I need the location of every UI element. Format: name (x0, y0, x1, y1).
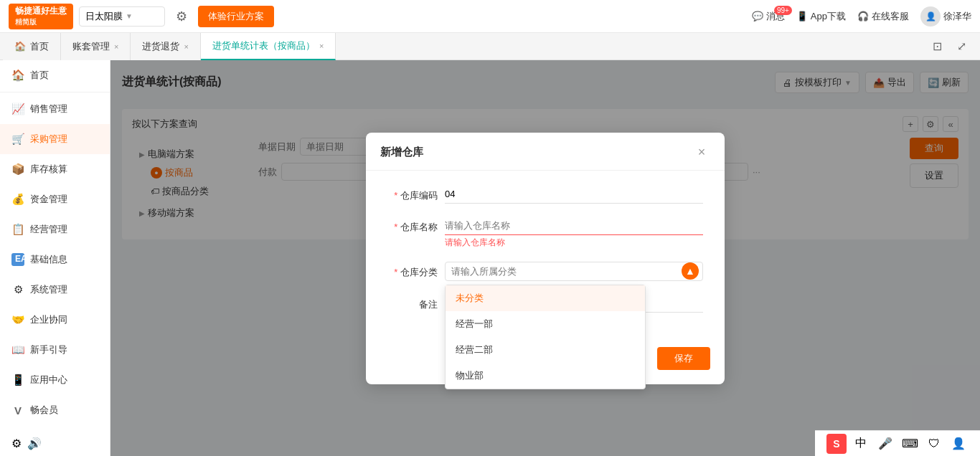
experience-btn[interactable]: 体验行业方案 (198, 6, 274, 27)
dropdown-item-3[interactable]: 物业部 (446, 363, 645, 389)
sidebar-purchase-label: 采购管理 (30, 133, 67, 146)
sidebar-item-apps[interactable]: 📱 应用中心 (0, 365, 110, 395)
sidebar-vip-label: 畅会员 (30, 404, 58, 417)
tab-home[interactable]: 🏠 首页 (3, 33, 61, 60)
tab-purchase-return-label: 进货退货 (142, 40, 179, 53)
modal-new-warehouse: 新增仓库 × 仓库编码 仓库名称 (366, 133, 725, 384)
apps-icon: 📱 (11, 374, 24, 386)
main-layout: 🏠 首页 📈 销售管理 🛒 采购管理 📦 库存核算 💰 资金管理 📋 经营管理 … (0, 60, 980, 456)
finance-icon: 💰 (11, 193, 24, 206)
category-toggle-btn[interactable]: ▲ (682, 262, 699, 280)
tab-purchase-return[interactable]: 进货退货 × (131, 33, 200, 60)
modal-close-btn[interactable]: × (693, 144, 710, 161)
store-selector[interactable]: 日太阳膜 ▼ (79, 6, 165, 27)
sidebar-operations-label: 经营管理 (30, 223, 67, 236)
form-row-name: 仓库名称 请输入仓库名称 (387, 217, 703, 249)
modal-overlay: 新增仓库 × 仓库编码 仓库名称 (110, 60, 980, 456)
tab-expand-icon[interactable]: ⤢ (951, 37, 971, 57)
user-icon[interactable]: 👤 (948, 434, 969, 454)
topbar: 畅捷通好生意 精简版 日太阳膜 ▼ ⚙ 体验行业方案 💬 消息 99+ 📱 Ap… (0, 0, 980, 33)
sidebar-system-label: 系统管理 (30, 283, 67, 296)
tab-purchase-stats[interactable]: 进货单统计表（按商品） × (201, 33, 336, 60)
sidebar-item-system[interactable]: ⚙ 系统管理 (0, 275, 110, 305)
headset-icon: 🎧 (857, 11, 869, 22)
sidebar-apps-label: 应用中心 (30, 374, 67, 386)
dropdown-item-2[interactable]: 经营二部 (446, 337, 645, 363)
sidebar-inventory-label: 库存核算 (30, 163, 67, 176)
sidebar-item-vip[interactable]: V 畅会员 (0, 395, 110, 425)
tab-accounts[interactable]: 账套管理 × (61, 33, 131, 60)
name-input[interactable] (445, 217, 703, 235)
app-logo: 畅捷通好生意 精简版 (9, 4, 73, 29)
category-wrapper: ▲ (445, 262, 703, 281)
tab-purchase-stats-label: 进货单统计表（按商品） (212, 39, 315, 52)
messages-badge: 99+ (774, 6, 792, 15)
form-row-code: 仓库编码 (387, 185, 703, 204)
home-icon: 🏠 (11, 69, 24, 82)
sidebar-item-enterprise[interactable]: 🤝 企业协同 (0, 305, 110, 335)
mobile-icon: 📱 (796, 11, 808, 22)
operations-icon: 📋 (11, 223, 24, 236)
tab-purchase-return-close[interactable]: × (184, 42, 188, 51)
microphone-icon[interactable]: 🎤 (875, 434, 895, 454)
sidebar-item-basic-info[interactable]: EA 基础信息 (0, 244, 110, 275)
purchase-icon: 🛒 (11, 133, 24, 146)
shield-icon[interactable]: 🛡 (924, 434, 944, 454)
sidebar-item-operations[interactable]: 📋 经营管理 (0, 214, 110, 244)
online-service-btn[interactable]: 🎧 在线客服 (857, 10, 909, 23)
inventory-icon: 📦 (11, 163, 24, 176)
sidebar-item-guide[interactable]: 📖 新手引导 (0, 335, 110, 365)
category-input[interactable] (445, 262, 703, 281)
tab-home-label: 首页 (30, 40, 49, 53)
enterprise-icon: 🤝 (11, 313, 24, 326)
settings-icon[interactable]: ⚙ (171, 6, 192, 27)
user-avatar[interactable]: 👤 徐泽华 (920, 6, 971, 27)
content-area: 进货单统计(按商品) 🖨 按模板打印 ▼ 📤 导出 🔄 刷新 (110, 60, 980, 456)
messages-btn[interactable]: 💬 消息 99+ (752, 10, 785, 23)
tabbar: 🏠 首页 账套管理 × 进货退货 × 进货单统计表（按商品） × ⊡ ⤢ (0, 33, 980, 60)
ea-icon: EA (11, 253, 24, 266)
category-dropdown: 未分类 经营一部 经营二部 物业部 (445, 285, 646, 389)
sidebar-item-home[interactable]: 🏠 首页 (0, 60, 110, 90)
sidebar-bottom: ⚙ 🔊 (0, 431, 110, 456)
sidebar-basic-info-label: 基础信息 (30, 253, 67, 266)
code-input-group (445, 185, 703, 204)
name-error-msg: 请输入仓库名称 (445, 237, 703, 249)
code-input[interactable] (445, 185, 703, 204)
sidebar-item-sales[interactable]: 📈 销售管理 (0, 94, 110, 124)
note-label: 备注 (387, 294, 438, 311)
sidebar-finance-label: 资金管理 (30, 193, 67, 206)
app-download-label: App下载 (811, 10, 846, 23)
online-service-label: 在线客服 (872, 10, 909, 23)
store-name: 日太阳膜 (85, 10, 123, 23)
category-input-group: ▲ 未分类 经营一部 经营二部 物业部 (445, 262, 703, 281)
modal-header: 新增仓库 × (366, 133, 725, 171)
topbar-right: 💬 消息 99+ 📱 App下载 🎧 在线客服 👤 徐泽华 (752, 6, 971, 27)
system-icon: ⚙ (11, 283, 24, 296)
keyboard-icon[interactable]: ⌨ (900, 434, 920, 454)
tabbar-controls: ⊡ ⤢ (927, 37, 977, 57)
sidebar-settings-icon[interactable]: ⚙ (11, 437, 22, 450)
sidebar-item-inventory[interactable]: 📦 库存核算 (0, 154, 110, 184)
dropdown-item-0[interactable]: 未分类 (446, 285, 645, 311)
username: 徐泽华 (943, 10, 971, 23)
sidebar: 🏠 首页 📈 销售管理 🛒 采购管理 📦 库存核算 💰 资金管理 📋 经营管理 … (0, 60, 110, 456)
sidebar-volume-icon[interactable]: 🔊 (27, 437, 42, 450)
sidebar-item-purchase[interactable]: 🛒 采购管理 (0, 124, 110, 154)
tab-restore-icon[interactable]: ⊡ (927, 37, 947, 57)
language-icon[interactable]: 中 (851, 434, 871, 454)
sidebar-enterprise-label: 企业协同 (30, 313, 67, 326)
save-btn[interactable]: 保存 (657, 347, 710, 370)
app-download-btn[interactable]: 📱 App下载 (796, 10, 846, 23)
sidebar-item-finance[interactable]: 💰 资金管理 (0, 184, 110, 214)
code-label: 仓库编码 (387, 185, 438, 202)
sidebar-guide-label: 新手引导 (30, 343, 67, 356)
chevron-down-icon: ▼ (126, 12, 133, 20)
modal-body: 仓库编码 仓库名称 请输入仓库名称 (366, 171, 725, 340)
tab-accounts-close[interactable]: × (114, 42, 118, 51)
tab-purchase-stats-close[interactable]: × (319, 42, 324, 50)
dropdown-item-1[interactable]: 经营一部 (446, 311, 645, 337)
guide-icon: 📖 (11, 343, 24, 356)
message-icon: 💬 (752, 11, 763, 22)
name-label: 仓库名称 (387, 217, 438, 234)
